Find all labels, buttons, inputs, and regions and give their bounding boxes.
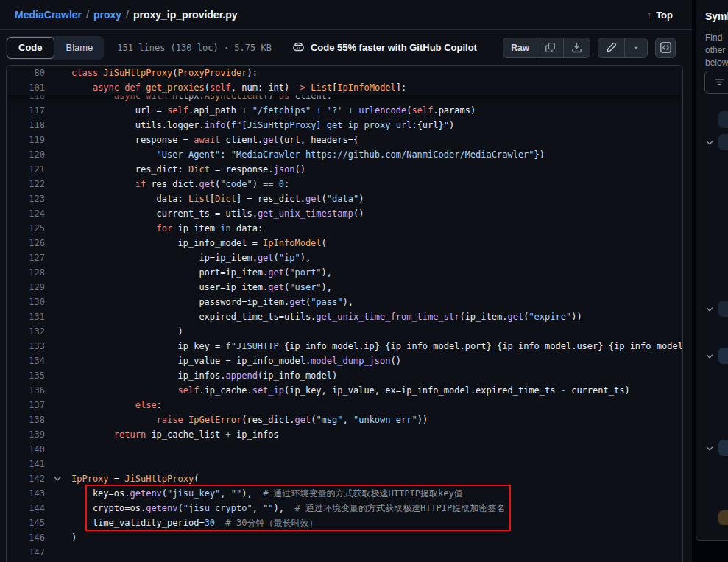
code-row: 124 current_ts = utils.get_unix_timestam…: [7, 206, 682, 221]
code-row: 123 data: List[Dict] = res_dict.get("dat…: [7, 192, 682, 206]
line-number[interactable]: 120: [7, 147, 45, 162]
raw-button[interactable]: Raw: [503, 38, 537, 57]
line-number[interactable]: 138: [7, 412, 45, 427]
code-row: 122 if res_dict.get("code") == 0:: [7, 177, 682, 192]
code-row: 131 expired_time_ts=utils.get_unix_time_…: [7, 309, 682, 324]
code-row: 101 async def get_proxies(self, num: int…: [7, 80, 682, 95]
line-number[interactable]: 127: [7, 250, 45, 265]
breadcrumb-bar: MediaCrawler / proxy / proxy_ip_provider…: [0, 0, 692, 30]
symbol-pill[interactable]: [718, 348, 728, 364]
line-number[interactable]: 121: [7, 162, 45, 177]
top-button-label: Top: [656, 10, 673, 21]
code-row: 126 ip_info_model = IpInfoModel(: [7, 236, 682, 250]
code-row: 125 for ip_item in data:: [7, 221, 682, 236]
line-number[interactable]: 124: [7, 206, 45, 221]
line-number[interactable]: 117: [7, 103, 45, 118]
code-text: if res_dict.get("code") == 0:: [71, 177, 289, 192]
line-number[interactable]: 128: [7, 265, 45, 280]
line-number[interactable]: 143: [7, 486, 45, 501]
line-number[interactable]: 142: [7, 471, 45, 486]
symbol-pill[interactable]: [718, 134, 728, 150]
symbols-pane-toggle-button[interactable]: [655, 38, 676, 58]
code-row: 130 password=ip_item.get("pass"),: [7, 295, 682, 309]
line-number[interactable]: 130: [7, 295, 45, 309]
symbol-expand-chevron[interactable]: [705, 351, 714, 364]
symbol-item: [696, 348, 728, 364]
triangle-down-icon: [632, 44, 640, 52]
line-number[interactable]: 137: [7, 398, 45, 412]
line-number[interactable]: 147: [7, 545, 45, 560]
line-number[interactable]: 125: [7, 221, 45, 236]
symbol-pill[interactable]: [718, 301, 728, 317]
gutter: [45, 324, 71, 339]
code-text: "User-Agent": "MediaCrawler https://gith…: [71, 147, 545, 162]
code-row: 144 crypto=os.getenv("jisu_crypto", ""),…: [7, 501, 682, 516]
line-number[interactable]: 144: [7, 501, 45, 516]
line-number[interactable]: 123: [7, 192, 45, 206]
code-row: 134 ip_value = ip_info_model.model_dump_…: [7, 354, 682, 368]
file-action-buttons: Raw: [503, 38, 676, 58]
line-number[interactable]: 101: [7, 80, 45, 95]
edit-options-dropdown[interactable]: [624, 38, 647, 57]
code-text: key=os.getenv("jisu_key", ""), # 通过环境变量的…: [71, 486, 463, 501]
gutter: [45, 501, 71, 516]
tab-blame[interactable]: Blame: [55, 37, 105, 59]
code-row: 132 ): [7, 324, 682, 339]
tab-code[interactable]: Code: [7, 37, 54, 59]
line-number[interactable]: 140: [7, 442, 45, 457]
symbols-filter-input[interactable]: [704, 71, 728, 94]
gutter: [45, 383, 71, 398]
line-number[interactable]: 133: [7, 339, 45, 354]
line-number[interactable]: 141: [7, 457, 45, 471]
symbol-expand-chevron[interactable]: [705, 137, 714, 150]
gutter: [45, 206, 71, 221]
code-row: 129 user=ip_item.get("user"),: [7, 280, 682, 295]
copilot-banner[interactable]: Code 55% faster with GitHub Copilot: [292, 41, 477, 54]
line-number[interactable]: 80: [7, 66, 45, 80]
line-number[interactable]: 131: [7, 309, 45, 324]
copy-raw-button[interactable]: [537, 38, 563, 57]
line-number[interactable]: 139: [7, 427, 45, 442]
line-number[interactable]: 126: [7, 236, 45, 250]
edit-file-button[interactable]: [598, 38, 624, 57]
code-text: current_ts = utils.get_unix_timestamp(): [71, 206, 364, 221]
code-text: response = await client.get(url, headers…: [71, 133, 358, 147]
back-to-top-button[interactable]: ↑ Top: [646, 9, 673, 21]
code-row: 141: [7, 457, 682, 471]
line-number[interactable]: 132: [7, 324, 45, 339]
chevron-down-icon[interactable]: [705, 444, 714, 453]
line-number[interactable]: 135: [7, 368, 45, 383]
gutter: [45, 265, 71, 280]
line-number[interactable]: 136: [7, 383, 45, 398]
line-number[interactable]: 146: [7, 530, 45, 545]
chevron-down-icon[interactable]: [705, 305, 714, 314]
line-number[interactable]: 122: [7, 177, 45, 192]
chevron-down-icon[interactable]: [705, 352, 714, 361]
symbol-pill[interactable]: [718, 440, 728, 456]
symbol-pill[interactable]: [718, 510, 728, 525]
symbol-item: [696, 134, 728, 150]
breadcrumb-repo-link[interactable]: MediaCrawler: [15, 9, 82, 21]
line-number[interactable]: 134: [7, 354, 45, 368]
line-number[interactable]: 145: [7, 516, 45, 530]
download-raw-button[interactable]: [563, 38, 590, 57]
gutter: [45, 80, 71, 95]
line-number[interactable]: 119: [7, 133, 45, 147]
symbol-expand-chevron[interactable]: [705, 443, 714, 456]
symbol-pill[interactable]: [718, 111, 728, 128]
chevron-down-icon[interactable]: [705, 138, 714, 147]
breadcrumb-folder-link[interactable]: proxy: [93, 9, 121, 21]
symbol-expand-chevron[interactable]: [705, 303, 714, 317]
code-row: 142IpProxy = JiSuHttpProxy(: [7, 471, 682, 486]
code-row: 139 return ip_cache_list + ip_infos: [7, 427, 682, 442]
line-number[interactable]: 118: [7, 118, 45, 133]
collapse-chevron-icon[interactable]: [53, 474, 62, 483]
breadcrumb-separator: /: [126, 9, 129, 21]
code-row: 147: [7, 545, 682, 560]
gutter: [45, 236, 71, 250]
arrow-up-icon: ↑: [646, 9, 651, 21]
code-text: crypto=os.getenv("jisu_crypto", ""), # 通…: [71, 501, 505, 516]
line-number[interactable]: 129: [7, 280, 45, 295]
symbol-item: [696, 510, 728, 525]
gutter: [45, 398, 71, 412]
